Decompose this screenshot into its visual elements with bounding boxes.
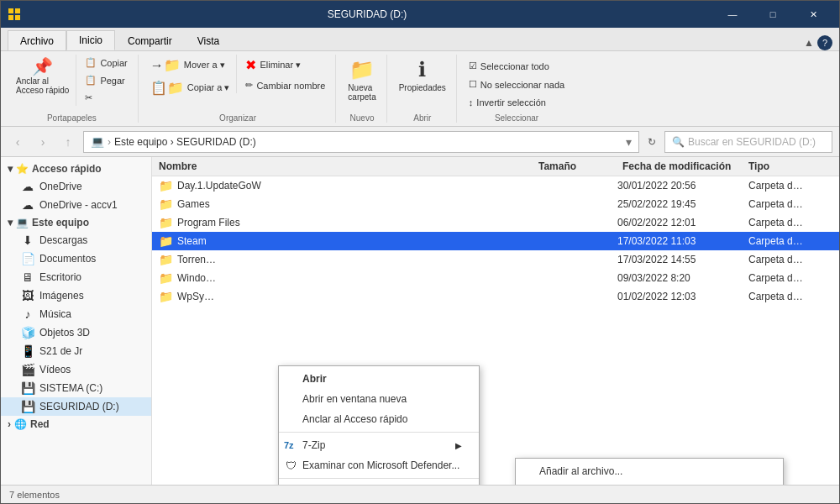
file-row-games[interactable]: 📁Games 25/02/2022 19:45 Carpeta d… xyxy=(152,195,839,213)
inv-icon: ↕ xyxy=(469,97,474,108)
cm-anclar[interactable]: Anclar al Acceso rápido xyxy=(279,409,479,429)
rename-icon: ✏ xyxy=(245,80,253,91)
sidebar-desktop[interactable]: 🖥 Escritorio xyxy=(1,268,151,286)
pc-icon: 💻 xyxy=(16,217,29,228)
cm-abrir-ventana[interactable]: Abrir en ventana nueva xyxy=(279,389,479,409)
pegar-button[interactable]: 📋 Pegar xyxy=(80,72,132,88)
search-box[interactable]: 🔍 Buscar en SEGURIDAD (D:) xyxy=(664,131,832,153)
cm-7zip[interactable]: 7z 7-Zip ▶ xyxy=(279,435,479,455)
refresh-button[interactable]: ↻ xyxy=(644,136,659,148)
eliminar-button[interactable]: ✖ Eliminar ▾ xyxy=(240,55,330,76)
file-row-windows[interactable]: 📁Windo… 09/03/2022 8:20 Carpeta d… xyxy=(152,269,839,287)
pc-chevron-icon: ▾ xyxy=(8,217,13,228)
cm-acceso[interactable]: Conceder acceso a ▶ xyxy=(279,481,479,485)
sidebar-music[interactable]: ♪ Música xyxy=(1,305,151,323)
anclar-button[interactable]: 📌 Anclar alAcceso rápido xyxy=(11,55,74,98)
videos-icon: 🎬 xyxy=(21,363,34,376)
file-type-wpsy: Carpeta d… xyxy=(748,291,832,302)
submenu-arrow-7zip: ▶ xyxy=(455,441,462,450)
nueva-carpeta-label: Nuevacarpeta xyxy=(348,83,375,102)
sidebar-this-pc-header[interactable]: ▾ 💻 Este equipo xyxy=(1,214,151,231)
file-name-day1: Day.1.UpdateGoW xyxy=(177,180,261,192)
no-seleccionar-button[interactable]: ☐ No seleccionar nada xyxy=(464,76,570,92)
cambiar-nombre-button[interactable]: ✏ Cambiar nombre xyxy=(240,77,330,93)
sidebar-videos[interactable]: 🎬 Vídeos xyxy=(1,360,151,379)
sidebar: ▾ ⭐ Acceso rápido ☁ OneDrive ☁ OneDrive … xyxy=(1,157,152,485)
cm-abrir[interactable]: Abrir xyxy=(279,369,479,389)
sub-anadir-archivo[interactable]: Añadir al archivo... xyxy=(516,461,783,481)
folder-icon-games: 📁 xyxy=(159,197,172,211)
propiedades-icon: ℹ xyxy=(418,58,426,81)
file-name-games: Games xyxy=(177,198,210,210)
cortar-button[interactable]: ✂ xyxy=(80,90,132,106)
file-date-pf: 06/02/2022 12:01 xyxy=(617,217,743,228)
up-button[interactable]: ↑ xyxy=(58,132,78,152)
ribbon-group-portapapeles: 📌 Anclar alAcceso rápido 📋 Copiar 📋 Pega… xyxy=(6,55,139,123)
svg-rect-3 xyxy=(15,15,20,20)
cm-sep1 xyxy=(279,432,479,433)
maximize-button[interactable]: □ xyxy=(753,1,792,28)
onedrive-label: OneDrive xyxy=(39,181,82,192)
file-type-pf: Carpeta d… xyxy=(748,217,832,228)
file-row-torrent[interactable]: 📁Torren… 17/03/2022 14:55 Carpeta d… xyxy=(152,250,839,269)
ribbon-collapse[interactable]: ▲ xyxy=(804,37,814,49)
file-date-steam: 17/03/2022 11:03 xyxy=(617,235,743,247)
sidebar-network-header[interactable]: › 🌐 Red xyxy=(1,416,151,433)
sub-comprimir-correo[interactable]: Comprimir y enviar por correo... xyxy=(516,481,783,485)
sidebar-documents[interactable]: 📄 Documentos xyxy=(1,249,151,268)
file-row-wpsy[interactable]: 📁WpSy… 01/02/2022 12:03 Carpeta d… xyxy=(152,287,839,306)
tab-compartir[interactable]: Compartir xyxy=(115,30,185,50)
file-date-windows: 09/03/2022 8:20 xyxy=(617,272,743,284)
cm-sep2 xyxy=(279,478,479,479)
music-label: Música xyxy=(39,308,71,320)
net-chevron: › xyxy=(8,418,11,430)
mover-button[interactable]: →📁 Mover a ▾ xyxy=(145,55,235,76)
copiar-button[interactable]: 📋 Copiar xyxy=(80,55,132,71)
sidebar-3d[interactable]: 🧊 Objetos 3D xyxy=(1,323,151,342)
tab-inicio[interactable]: Inicio xyxy=(66,30,115,50)
nueva-carpeta-button[interactable]: 📁 Nuevacarpeta xyxy=(343,55,381,105)
file-name-torrent: Torren… xyxy=(177,254,216,265)
svg-rect-2 xyxy=(8,15,13,20)
file-row-day1[interactable]: 📁Day.1.UpdateGoW 30/01/2022 20:56 Carpet… xyxy=(152,176,839,195)
sidebar-sistema-c[interactable]: 💾 SISTEMA (C:) xyxy=(1,379,151,397)
svg-rect-1 xyxy=(15,8,20,13)
tab-vista[interactable]: Vista xyxy=(185,30,232,50)
onedrive-accv1-label: OneDrive - accv1 xyxy=(39,199,118,211)
minimize-button[interactable]: — xyxy=(713,1,752,28)
cm-defender[interactable]: 🛡 Examinar con Microsoft Defender... xyxy=(279,455,479,475)
downloads-icon: ⬇ xyxy=(21,234,34,247)
folder-icon-windows: 📁 xyxy=(159,271,172,285)
address-input[interactable]: 💻 › Este equipo › SEGURIDAD (D:) ▾ xyxy=(83,131,639,153)
sidebar-images[interactable]: 🖼 Imágenes xyxy=(1,286,151,305)
sidebar-item-onedrive-accv1[interactable]: ☁ OneDrive - accv1 xyxy=(1,196,151,214)
window-controls: — □ ✕ xyxy=(713,1,832,28)
sidebar-s21[interactable]: 📱 S21 de Jr xyxy=(1,342,151,360)
sel-todo-label: Seleccionar todo xyxy=(480,61,549,71)
seleccionar-todo-button[interactable]: ☑ Seleccionar todo xyxy=(464,58,570,74)
sidebar-downloads[interactable]: ⬇ Descargas xyxy=(1,231,151,249)
pin-icon: 📌 xyxy=(32,58,53,75)
copiar-a-button[interactable]: 📋📁 Copiar a ▾ xyxy=(145,77,235,98)
file-row-steam[interactable]: 📁Steam 17/03/2022 11:03 Carpeta d… xyxy=(152,232,839,250)
invertir-button[interactable]: ↕ Invertir selección xyxy=(464,95,570,110)
sidebar-seguridad-d[interactable]: 💾 SEGURIDAD (D:) xyxy=(1,397,151,416)
close-button[interactable]: ✕ xyxy=(794,1,832,28)
organizar-label: Organizar xyxy=(219,113,256,123)
network-icon: 🌐 xyxy=(14,418,27,430)
seguridad-d-label: SEGURIDAD (D:) xyxy=(39,401,119,412)
back-button[interactable]: ‹ xyxy=(8,132,28,152)
propiedades-button[interactable]: ℹ Propiedades xyxy=(394,55,451,96)
col-header-name: Nombre xyxy=(159,160,538,172)
sidebar-item-onedrive[interactable]: ☁ OneDrive xyxy=(1,177,151,196)
tab-archivo[interactable]: Archivo xyxy=(8,30,66,50)
help-button[interactable]: ? xyxy=(817,35,832,50)
cm-7zip-label: 7-Zip xyxy=(302,439,325,451)
sidebar-quick-access-header[interactable]: ▾ ⭐ Acceso rápido xyxy=(1,160,151,177)
folder-icon-steam: 📁 xyxy=(159,234,172,248)
status-bar: 7 elementos xyxy=(1,485,839,503)
forward-button[interactable]: › xyxy=(33,132,53,152)
cortar-icon: ✂ xyxy=(85,92,92,103)
file-row-programfiles[interactable]: 📁Program Files 06/02/2022 12:01 Carpeta … xyxy=(152,213,839,232)
dropdown-icon[interactable]: ▾ xyxy=(626,135,632,149)
